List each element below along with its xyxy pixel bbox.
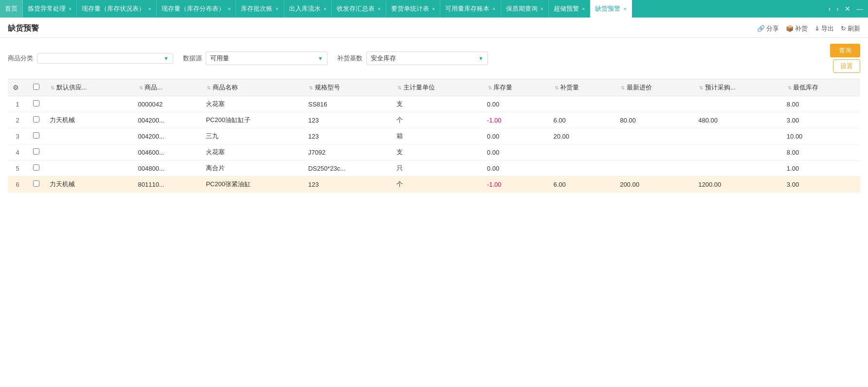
table-row: 2 力天机械 004200... PC200油缸缸子 123 个 -1.00 6… <box>8 112 860 128</box>
datasource-select[interactable]: 可用量 ▼ <box>206 52 327 65</box>
tab-exception[interactable]: 炼货异常处理 × <box>23 0 77 18</box>
sort-supplier-icon[interactable]: ⇅ <box>51 85 54 90</box>
tab-overstock[interactable]: 超储预警 × <box>549 0 590 18</box>
category-select[interactable]: ▼ <box>37 53 173 64</box>
row-supplier-6: 力天机械 <box>45 176 133 193</box>
export-button[interactable]: ⇓ 导出 <box>814 24 834 33</box>
tab-close-button[interactable]: ✕ <box>842 0 853 18</box>
row-min-stock-5: 1.00 <box>782 160 860 176</box>
row-replenish-6: 6.00 <box>549 176 615 193</box>
row-supplier-1 <box>45 96 133 112</box>
row-stock-2: -1.00 <box>482 112 549 128</box>
row-supplier-4 <box>45 144 133 160</box>
sort-min-stock-icon[interactable]: ⇅ <box>788 85 792 90</box>
sort-latest-price-icon[interactable]: ⇅ <box>621 85 625 90</box>
row-num-4: 4 <box>8 144 27 160</box>
replenish-base-select[interactable]: 安全库存 ▼ <box>366 52 488 65</box>
close-tab-exception[interactable]: × <box>69 6 72 12</box>
row-unit-2: 个 <box>392 112 482 128</box>
row-min-stock-4: 8.00 <box>782 144 860 160</box>
row-est-purchase-1 <box>693 96 782 112</box>
datasource-select-value: 可用量 <box>210 54 229 63</box>
tab-in-out-flow[interactable]: 出入库流水 × <box>284 0 332 18</box>
replenish-base-filter-group: 补货基数 安全库存 ▼ <box>337 52 488 65</box>
share-button[interactable]: 🔗 分享 <box>757 24 779 33</box>
row-checkbox-2[interactable] <box>27 112 45 128</box>
sort-goods-code-icon[interactable]: ⇅ <box>139 85 143 90</box>
row-checkbox-3[interactable] <box>27 128 45 144</box>
row-checkbox-6[interactable] <box>27 176 45 193</box>
tab-stock-dist[interactable]: 现存量（库存分布表） × <box>157 0 236 18</box>
row-goods-code-3: 004200... <box>133 128 201 144</box>
row-est-purchase-5 <box>693 160 782 176</box>
row-est-purchase-2: 480.00 <box>693 112 782 128</box>
row-stock-3: 0.00 <box>482 128 549 144</box>
datasource-filter-group: 数据源 可用量 ▼ <box>183 52 327 65</box>
col-spec-header: ⇅ 规格型号 <box>303 79 392 96</box>
row-stock-6: -1.00 <box>482 176 549 193</box>
row-stock-4: 0.00 <box>482 144 549 160</box>
tab-expiry-query[interactable]: 保质期查询 × <box>501 0 549 18</box>
row-unit-6: 个 <box>392 176 482 193</box>
row-checkbox-4[interactable] <box>27 144 45 160</box>
row-latest-price-2: 80.00 <box>615 112 693 128</box>
col-est-purchase-header: ⇅ 预计采购... <box>693 79 782 96</box>
row-goods-code-2: 004200... <box>133 112 201 128</box>
row-unit-5: 只 <box>392 160 482 176</box>
close-tab-stock-status[interactable]: × <box>148 6 151 12</box>
replenish-button[interactable]: 📦 补货 <box>786 24 808 33</box>
tab-order-stats[interactable]: 要货单统计表 × <box>386 0 440 18</box>
datasource-label: 数据源 <box>183 54 202 63</box>
row-goods-name-2: PC200油缸缸子 <box>201 112 303 128</box>
data-table: ⚙ ⇅ 默认供应... ⇅ 商品... ⇅ 商品名称 <box>8 79 860 193</box>
tab-minimize-button[interactable]: — <box>853 0 866 18</box>
close-tab-overstock[interactable]: × <box>582 6 585 12</box>
refresh-button[interactable]: ↻ 刷新 <box>841 24 860 33</box>
sort-replenish-icon[interactable]: ⇅ <box>555 85 559 90</box>
sort-spec-icon[interactable]: ⇅ <box>309 85 313 90</box>
col-latest-price-header: ⇅ 最新进价 <box>615 79 693 96</box>
tab-bar: 首页 炼货异常处理 × 现存量（库存状况表） × 现存量（库存分布表） × 库存… <box>0 0 868 18</box>
close-tab-in-out-flow[interactable]: × <box>324 6 326 12</box>
sort-unit-icon[interactable]: ⇅ <box>398 85 401 90</box>
tab-available-ledger[interactable]: 可用量库存账本 × <box>440 0 501 18</box>
tab-shortage[interactable]: 缺货预警 × <box>590 0 632 18</box>
close-tab-shortage[interactable]: × <box>623 6 626 12</box>
row-checkbox-5[interactable] <box>27 160 45 176</box>
col-replenish-header: ⇅ 补货量 <box>549 79 615 96</box>
replenish-base-select-arrow-icon: ▼ <box>478 55 484 61</box>
close-tab-receive-summary[interactable]: × <box>378 6 380 12</box>
row-spec-2: 123 <box>303 112 392 128</box>
page-header: 缺货预警 🔗 分享 📦 补货 ⇓ 导出 ↻ 刷新 <box>0 18 868 38</box>
tab-batch-account[interactable]: 库存批次账 × <box>236 0 284 18</box>
datasource-select-arrow-icon: ▼ <box>318 55 323 61</box>
row-spec-1: SS816 <box>303 96 392 112</box>
sort-goods-name-icon[interactable]: ⇅ <box>207 85 211 90</box>
close-tab-batch-account[interactable]: × <box>275 6 278 12</box>
row-supplier-5 <box>45 160 133 176</box>
close-tab-stock-dist[interactable]: × <box>228 6 231 12</box>
table-body: 1 0000042 火花塞 SS816 支 0.00 8.00 2 力天机械 0… <box>8 96 860 193</box>
row-goods-code-5: 004800... <box>133 160 201 176</box>
select-all-checkbox[interactable] <box>33 84 39 90</box>
row-spec-4: J7092 <box>303 144 392 160</box>
row-replenish-1 <box>549 96 615 112</box>
sort-est-purchase-icon[interactable]: ⇅ <box>699 85 703 90</box>
row-checkbox-1[interactable] <box>27 96 45 112</box>
row-unit-1: 支 <box>392 96 482 112</box>
column-settings-icon[interactable]: ⚙ <box>13 84 19 91</box>
close-tab-order-stats[interactable]: × <box>432 6 435 12</box>
row-num-2: 2 <box>8 112 27 128</box>
tab-home[interactable]: 首页 <box>0 0 23 18</box>
tab-stock-status[interactable]: 现存量（库存状况表） × <box>77 0 156 18</box>
close-tab-available-ledger[interactable]: × <box>492 6 495 12</box>
row-replenish-4 <box>549 144 615 160</box>
tab-receive-summary[interactable]: 收发存汇总表 × <box>332 0 386 18</box>
settings-button[interactable]: 设置 <box>833 59 860 73</box>
replenish-icon: 📦 <box>786 25 794 32</box>
query-button[interactable]: 查询 <box>830 44 860 57</box>
tab-next-button[interactable]: › <box>833 0 842 18</box>
tab-prev-button[interactable]: ‹ <box>826 0 834 18</box>
close-tab-expiry-query[interactable]: × <box>541 6 543 12</box>
sort-stock-icon[interactable]: ⇅ <box>488 85 492 90</box>
